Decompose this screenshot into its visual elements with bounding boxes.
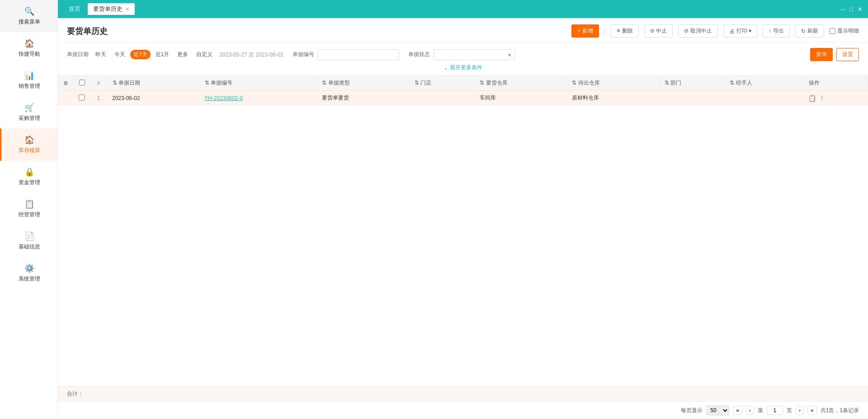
refresh-icon: ↻ <box>801 28 806 34</box>
date-opt-yesterday[interactable]: 昨天 <box>92 50 109 59</box>
date-opt-1month[interactable]: 近1月 <box>152 50 173 59</box>
col-date[interactable]: ⇅ 单据日期 <box>108 76 200 91</box>
bill-status-label: 单据状态 <box>408 51 430 58</box>
sidebar-item-finance-label: 资金管理 <box>19 179 40 186</box>
date-opt-custom[interactable]: 自定义 <box>193 50 216 59</box>
new-button[interactable]: + 新增 <box>571 24 599 38</box>
sidebar-item-search[interactable]: 🔍 搜索菜单 <box>0 0 57 32</box>
select-all-checkbox[interactable] <box>79 80 85 86</box>
sidebar: 🔍 搜索菜单 🏠 快捷导航 📊 销售管理 🛒 采购管理 🏠 库存核算 🔒 资金管… <box>0 0 58 419</box>
row-more-icon[interactable]: ⋮ <box>819 95 825 102</box>
page-label-before: 第 <box>758 407 763 414</box>
row-req-warehouse: 车间库 <box>475 91 567 105</box>
table-wrap: ⚙ # ⇅ 单据日期 ⇅ 单据编号 <box>58 76 868 386</box>
sidebar-item-system-label: 系统管理 <box>19 275 40 283</box>
table-body: 1 2023-06-02 YH-20230602-0 要货单要货 车间库 原材料… <box>58 91 868 105</box>
expand-more-label: 展开更多条件 <box>450 64 482 71</box>
row-bill-no: YH-20230602-0 <box>200 91 317 105</box>
sidebar-item-operations[interactable]: 📋 经营管理 <box>0 193 57 225</box>
query-button[interactable]: 查询 <box>810 48 833 61</box>
prev-page-button[interactable]: ‹ <box>746 406 754 415</box>
topbar-right-controls: ─ □ ✕ <box>841 6 863 13</box>
window-maximize-button[interactable]: □ <box>849 6 853 13</box>
row-bill-no-link[interactable]: YH-20230602-0 <box>204 95 243 101</box>
toolbar: + 新增 ✕ 删除 ⊘ 中止 ⊘ 取消中止 🖨 🖨 打印 打印 ▾ ↑ 导出 ↻… <box>571 24 859 38</box>
cancel-stop-button[interactable]: ⊘ 取消中止 <box>678 24 717 38</box>
col-num: # <box>90 76 108 91</box>
date-filter-label: 单据日期 <box>67 51 89 58</box>
row-actions: 📋 ⋮ <box>804 91 868 105</box>
filter-group-bill-status: 单据状态 <box>408 49 515 60</box>
tab-home-label: 首页 <box>69 5 80 13</box>
export-icon: ↑ <box>769 28 771 34</box>
expand-more-btn[interactable]: ⌄ 展开更多条件 <box>67 64 859 71</box>
first-page-button[interactable]: « <box>733 406 742 415</box>
print-button[interactable]: 🖨 🖨 打印 打印 ▾ <box>723 24 757 38</box>
row-num: 1 <box>90 91 108 105</box>
delete-button[interactable]: ✕ 删除 <box>610 24 639 38</box>
sidebar-item-finance[interactable]: 🔒 资金管理 <box>0 161 57 193</box>
display-detail-toggle[interactable]: 显示明细 <box>830 27 859 35</box>
sidebar-item-inventory[interactable]: 🏠 库存核算 <box>0 129 57 161</box>
sidebar-item-search-label: 搜索菜单 <box>19 18 40 26</box>
tab-requisition-history-label: 要货单历史 <box>93 5 123 13</box>
sidebar-item-sales[interactable]: 📊 销售管理 <box>0 64 57 96</box>
bill-status-select[interactable] <box>434 49 515 60</box>
bill-no-input[interactable] <box>318 49 399 60</box>
system-icon: ⚙️ <box>24 263 34 273</box>
date-opt-more[interactable]: 更多 <box>174 50 191 59</box>
window-close-button[interactable]: ✕ <box>858 6 863 13</box>
row-edit-icon[interactable]: 📋 <box>808 95 816 102</box>
col-settings[interactable]: ⚙ <box>58 76 74 91</box>
col-pending-warehouse[interactable]: ⇅ 待出仓库 <box>567 76 660 91</box>
col-checkbox <box>74 76 90 91</box>
pagination-bar: 每页显示 50 10 20 100 « ‹ 第 页 › » 共1页，1条记录 <box>58 401 868 419</box>
sidebar-item-system[interactable]: ⚙️ 系统管理 <box>0 257 57 289</box>
row-settings-cell <box>58 91 74 105</box>
window-minimize-button[interactable]: ─ <box>841 6 845 13</box>
operations-icon: 📋 <box>24 199 34 209</box>
filter-row-1: 单据日期 昨天 今天 近7天 近1月 更多 自定义 2023-05-27 至 2… <box>67 48 859 61</box>
page-number-input[interactable] <box>767 406 783 415</box>
col-handler[interactable]: ⇅ 经手人 <box>725 76 804 91</box>
col-bill-type[interactable]: ⇅ 单据类型 <box>317 76 410 91</box>
print-icon: 🖨 <box>729 28 735 34</box>
col-department[interactable]: ⇅ 部门 <box>660 76 725 91</box>
table-row: 1 2023-06-02 YH-20230602-0 要货单要货 车间库 原材料… <box>58 91 868 105</box>
display-detail-checkbox[interactable] <box>830 28 835 34</box>
stop-button[interactable]: ⊘ 中止 <box>644 24 673 38</box>
row-department <box>660 91 725 105</box>
row-checkbox-cell <box>74 91 90 105</box>
sidebar-item-purchase-label: 采购管理 <box>19 114 40 122</box>
col-store[interactable]: ⇅ 门店 <box>410 76 475 91</box>
page-header: 要货单历史 + 新增 ✕ 删除 ⊘ 中止 ⊘ 取消中止 🖨 🖨 打印 打印 ▾ … <box>58 18 868 43</box>
row-date: 2023-06-02 <box>108 91 200 105</box>
refresh-button[interactable]: ↻ 刷新 <box>795 24 824 38</box>
sidebar-item-quick-nav[interactable]: 🏠 快捷导航 <box>0 32 57 64</box>
col-req-warehouse[interactable]: ⇅ 要货仓库 <box>475 76 567 91</box>
table-footer: 合计： <box>58 386 868 401</box>
sidebar-item-base-info[interactable]: 📄 基础信息 <box>0 225 57 257</box>
date-range-display: 2023-05-27 至 2023-06-02 <box>219 51 283 59</box>
tab-close-icon[interactable]: ✕ <box>125 6 129 12</box>
date-opt-today[interactable]: 今天 <box>111 50 128 59</box>
page-size-select[interactable]: 50 10 20 100 <box>706 405 729 415</box>
sales-icon: 📊 <box>24 71 34 81</box>
next-page-button[interactable]: › <box>796 406 804 415</box>
display-detail-label: 显示明细 <box>837 27 859 35</box>
settings-button[interactable]: 设置 <box>836 48 859 61</box>
row-bill-type: 要货单要货 <box>317 91 410 105</box>
row-checkbox[interactable] <box>79 95 85 100</box>
filter-group-date: 单据日期 昨天 今天 近7天 近1月 更多 自定义 2023-05-27 至 2… <box>67 50 283 59</box>
sidebar-item-base-info-label: 基础信息 <box>19 243 40 251</box>
purchase-icon: 🛒 <box>24 103 34 113</box>
col-bill-no[interactable]: ⇅ 单据编号 <box>200 76 317 91</box>
sidebar-item-purchase[interactable]: 🛒 采购管理 <box>0 96 57 129</box>
last-page-button[interactable]: » <box>807 406 817 415</box>
sidebar-item-quick-nav-label: 快捷导航 <box>19 50 40 58</box>
tab-requisition-history[interactable]: 要货单历史 ✕ <box>88 3 135 15</box>
date-opt-7days[interactable]: 近7天 <box>130 50 151 59</box>
sidebar-item-inventory-label: 库存核算 <box>19 147 40 154</box>
tab-home[interactable]: 首页 <box>63 3 86 15</box>
export-button[interactable]: ↑ 导出 <box>763 24 790 38</box>
